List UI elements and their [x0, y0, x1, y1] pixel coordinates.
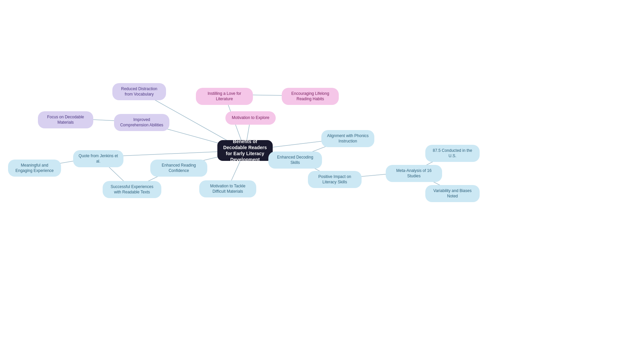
- motivation-explore-node: Motivation to Explore: [225, 111, 276, 125]
- improved-comprehension-node: Improved Comprehension Abilities: [114, 114, 169, 131]
- meta-analysis-node: Meta-Analysis of 16 Studies: [386, 165, 442, 182]
- encouraging-lifelong-node: Encouraging Lifelong Reading Habits: [282, 88, 339, 105]
- alignment-phonics-node: Alignment with Phonics Instruction: [321, 130, 374, 147]
- instilling-love-node: Instilling a Love for Literature: [196, 88, 253, 105]
- meaningful-engaging-node: Meaningful and Engaging Experience: [8, 160, 61, 177]
- motivation-difficult-node: Motivation to Tackle Difficult Materials: [199, 180, 256, 197]
- quote-jenkins-node: Quote from Jenkins et al.: [73, 150, 123, 167]
- center-node: Benefits of Decodable Readers for Early …: [217, 140, 273, 161]
- focus-decodable-node: Focus on Decodable Materials: [38, 111, 93, 128]
- enhanced-reading-confidence-node: Enhanced Reading Confidence: [150, 160, 207, 177]
- variability-biases-node: Variability and Biases Noted: [425, 185, 480, 202]
- positive-impact-node: Positive Impact on Literacy Skills: [308, 171, 362, 188]
- successful-experiences-node: Successful Experiences with Readable Tex…: [103, 181, 161, 198]
- mindmap-canvas: Benefits of Decodable Readers for Early …: [0, 0, 644, 363]
- 87-5-conducted-node: 87.5 Conducted in the U.S.: [425, 145, 480, 162]
- reduced-distraction-node: Reduced Distraction from Vocabulary: [112, 83, 166, 100]
- enhanced-decoding-node: Enhanced Decoding Skills: [268, 152, 322, 169]
